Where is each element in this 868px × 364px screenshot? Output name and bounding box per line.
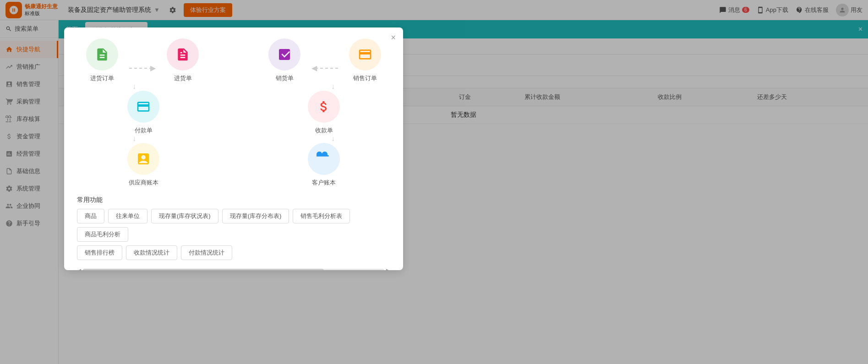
flow-node-customer-account: 客户账本 bbox=[308, 143, 340, 187]
flow-circle-purchase-order bbox=[86, 38, 118, 71]
flow-node-receipt-bill: 收款单 bbox=[308, 91, 340, 135]
flow-label-purchase-order: 进货订单 bbox=[90, 74, 114, 82]
cf-btn-partners[interactable]: 往来单位 bbox=[108, 209, 147, 223]
scrollbar-thumb[interactable] bbox=[83, 269, 324, 270]
flow-label-customer-account: 客户账本 bbox=[312, 179, 336, 187]
cf-buttons-row2: 销售排行榜 收款情况统计 付款情况统计 bbox=[77, 245, 390, 260]
flow-circle-payment-bill bbox=[127, 91, 159, 123]
flow-circle-sales-order bbox=[349, 38, 381, 71]
cf-buttons: 商品 往来单位 现存量(库存状况表) 现存量(库存分布表) 销售毛利分析表 商品… bbox=[77, 209, 390, 242]
common-functions-title: 常用功能 bbox=[77, 196, 390, 204]
flow-label-sales-bill: 销货单 bbox=[276, 74, 294, 82]
flow-circle-purchase-bill bbox=[167, 38, 199, 71]
scroll-left-btn[interactable]: ◀ bbox=[77, 267, 81, 270]
cf-btn-product[interactable]: 商品 bbox=[77, 209, 104, 223]
flow-node-payment-bill: 付款单 bbox=[127, 91, 159, 135]
flow-node-purchase-order: 进货订单 bbox=[86, 38, 118, 82]
flow-label-payment-bill: 付款单 bbox=[135, 126, 153, 135]
flow-label-supplier-account: 供应商账本 bbox=[129, 179, 158, 187]
flow-circle-supplier-account bbox=[127, 143, 159, 175]
flow-node-sales-bill: 销货单 bbox=[268, 38, 300, 82]
scrollbar-track bbox=[83, 269, 384, 270]
cf-btn-sales-profit-analysis[interactable]: 销售毛利分析表 bbox=[293, 209, 350, 223]
flow-circle-receipt-bill bbox=[308, 91, 340, 123]
flow-label-purchase-bill: 进货单 bbox=[174, 74, 192, 82]
flow-label-sales-order: 销售订单 bbox=[353, 74, 377, 82]
cf-btn-stock-status[interactable]: 现存量(库存状况表) bbox=[151, 209, 218, 223]
flow-node-supplier-account: 供应商账本 bbox=[127, 143, 159, 187]
cf-btn-stock-dist[interactable]: 现存量(库存分布表) bbox=[222, 209, 289, 223]
flow-node-purchase-bill: 进货单 bbox=[167, 38, 199, 82]
cf-btn-payment-stats[interactable]: 付款情况统计 bbox=[181, 245, 232, 260]
modal-overlay[interactable]: × 进货订单 ▶ bbox=[0, 0, 868, 364]
flow-node-sales-order: 销售订单 bbox=[349, 38, 381, 82]
common-functions: 常用功能 商品 往来单位 现存量(库存状况表) 现存量(库存分布表) 销售毛利分… bbox=[77, 196, 390, 260]
cf-btn-sales-ranking[interactable]: 销售排行榜 bbox=[77, 245, 122, 260]
scroll-right-btn[interactable]: ▶ bbox=[386, 267, 390, 270]
flow-circle-sales-bill bbox=[268, 38, 300, 71]
modal: × 进货订单 ▶ bbox=[64, 27, 403, 270]
modal-close-btn[interactable]: × bbox=[391, 33, 396, 43]
cf-btn-receipt-stats[interactable]: 收款情况统计 bbox=[126, 245, 177, 260]
flow-label-receipt-bill: 收款单 bbox=[315, 126, 333, 135]
modal-scrollbar: ◀ ▶ bbox=[77, 267, 390, 270]
cf-btn-product-profit[interactable]: 商品毛利分析 bbox=[77, 227, 128, 242]
flow-circle-customer-account bbox=[308, 143, 340, 175]
